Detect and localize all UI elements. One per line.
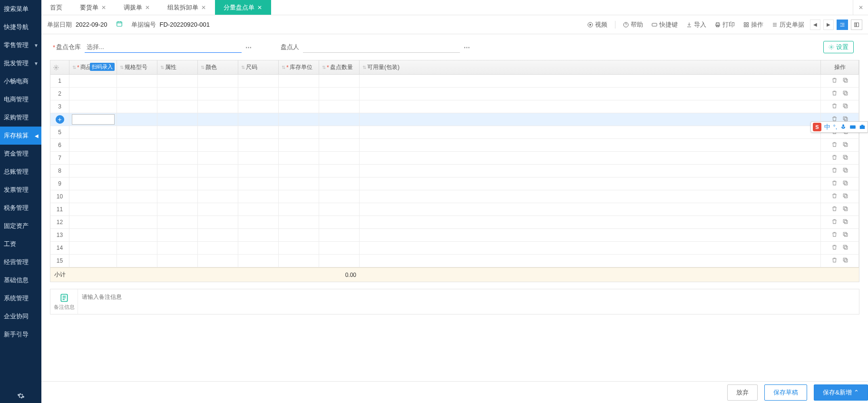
person-more[interactable]: ⋯ bbox=[464, 44, 470, 51]
row-delete-icon[interactable] bbox=[831, 77, 838, 85]
warehouse-input[interactable] bbox=[85, 41, 242, 53]
table-row[interactable]: + bbox=[50, 113, 859, 126]
sidebar-item-0[interactable]: 搜索菜单 bbox=[0, 0, 41, 18]
settings-button[interactable]: 设置 bbox=[823, 41, 854, 53]
row-delete-icon[interactable] bbox=[831, 180, 838, 187]
doc-date-value[interactable]: 2022-09-20 bbox=[76, 21, 107, 28]
sidebar-item-14[interactable]: 经营管理 bbox=[0, 253, 41, 271]
prev-doc[interactable]: ◀ bbox=[810, 20, 820, 30]
sidebar-item-15[interactable]: 基础信息 bbox=[0, 271, 41, 289]
sidebar-item-18[interactable]: 新手引导 bbox=[0, 325, 41, 344]
sidebar-item-8[interactable]: 资金管理 bbox=[0, 145, 41, 163]
col-attr[interactable]: ⇅属性 bbox=[157, 60, 198, 74]
tab-2[interactable]: 调拨单✕ bbox=[115, 0, 159, 15]
tab-3[interactable]: 组装拆卸单✕ bbox=[159, 0, 215, 15]
sidebar-item-5[interactable]: 电商管理 bbox=[0, 90, 41, 108]
table-row[interactable]: 13 bbox=[50, 229, 859, 242]
row-delete-icon[interactable] bbox=[831, 141, 838, 149]
row-copy-icon[interactable] bbox=[842, 206, 848, 213]
calendar-icon[interactable] bbox=[116, 20, 123, 29]
col-qty[interactable]: ⇅*盘点数量 bbox=[319, 60, 360, 74]
table-row[interactable]: 9 bbox=[50, 177, 859, 190]
row-delete-icon[interactable] bbox=[831, 103, 838, 110]
import-button[interactable]: 导入 bbox=[683, 20, 709, 29]
product-cell-input[interactable] bbox=[72, 114, 115, 125]
view-list[interactable] bbox=[837, 20, 848, 30]
col-spec[interactable]: ⇅规格型号 bbox=[117, 60, 157, 74]
row-delete-icon[interactable] bbox=[831, 231, 838, 239]
row-copy-icon[interactable] bbox=[842, 180, 848, 187]
help-button[interactable]: 帮助 bbox=[620, 20, 646, 29]
col-product[interactable]: ⇅*商品扫码录入 bbox=[69, 60, 117, 74]
tab-close-icon[interactable]: ✕ bbox=[257, 4, 262, 11]
print-button[interactable]: 打印 bbox=[712, 20, 738, 29]
view-detail[interactable] bbox=[851, 20, 862, 30]
save-new-button[interactable]: 保存&新增⌃ bbox=[814, 384, 868, 401]
row-copy-icon[interactable] bbox=[842, 244, 848, 252]
sidebar-item-4[interactable]: 小畅电商 bbox=[0, 72, 41, 90]
row-copy-icon[interactable] bbox=[842, 167, 848, 175]
table-row[interactable]: 8 bbox=[50, 165, 859, 177]
history-button[interactable]: 历史单据 bbox=[769, 20, 807, 29]
ime-toolbar[interactable]: S 中 °, bbox=[810, 121, 868, 133]
sidebar-item-12[interactable]: 固定资产 bbox=[0, 217, 41, 235]
person-input[interactable] bbox=[303, 41, 460, 53]
table-row[interactable]: 12 bbox=[50, 216, 859, 229]
tab-4[interactable]: 分量盘点单✕ bbox=[215, 0, 271, 15]
row-copy-icon[interactable] bbox=[842, 141, 848, 149]
table-row[interactable]: 2 bbox=[50, 88, 859, 100]
row-delete-icon[interactable] bbox=[831, 206, 838, 213]
table-row[interactable]: 10 bbox=[50, 190, 859, 203]
tabs-close-all[interactable]: ✕ bbox=[853, 0, 868, 15]
sidebar-item-17[interactable]: 企业协同 bbox=[0, 307, 41, 325]
sidebar-item-7[interactable]: 库存核算◀ bbox=[0, 127, 41, 145]
save-draft-button[interactable]: 保存草稿 bbox=[764, 384, 807, 401]
table-row[interactable]: 3 bbox=[50, 100, 859, 113]
toolbox-icon[interactable] bbox=[859, 124, 866, 130]
sidebar-item-1[interactable]: 快捷导航 bbox=[0, 18, 41, 36]
mic-icon[interactable] bbox=[840, 124, 847, 130]
scan-badge[interactable]: 扫码录入 bbox=[90, 63, 115, 71]
shortcut-button[interactable]: 快捷键 bbox=[649, 20, 681, 29]
col-available[interactable]: ⇅可用量(包装) bbox=[360, 60, 821, 74]
add-row-button[interactable]: + bbox=[56, 115, 64, 124]
sidebar-item-3[interactable]: 批发管理▼ bbox=[0, 54, 41, 72]
sidebar-item-2[interactable]: 零售管理▼ bbox=[0, 36, 41, 54]
ime-lang[interactable]: 中 bbox=[824, 123, 830, 131]
row-copy-icon[interactable] bbox=[842, 103, 848, 110]
table-row[interactable]: 11 bbox=[50, 203, 859, 216]
row-copy-icon[interactable] bbox=[842, 257, 848, 265]
row-delete-icon[interactable] bbox=[831, 167, 838, 175]
row-copy-icon[interactable] bbox=[842, 154, 848, 162]
col-config[interactable] bbox=[50, 60, 69, 74]
discard-button[interactable]: 放弃 bbox=[727, 384, 758, 401]
tab-close-icon[interactable]: ✕ bbox=[145, 4, 150, 11]
table-row[interactable]: 5 bbox=[50, 126, 859, 139]
table-row[interactable]: 1 bbox=[50, 75, 859, 88]
row-copy-icon[interactable] bbox=[842, 218, 848, 226]
row-copy-icon[interactable] bbox=[842, 231, 848, 239]
sidebar-item-6[interactable]: 采购管理 bbox=[0, 108, 41, 127]
row-delete-icon[interactable] bbox=[831, 154, 838, 162]
row-copy-icon[interactable] bbox=[842, 77, 848, 85]
col-color[interactable]: ⇅颜色 bbox=[198, 60, 238, 74]
row-delete-icon[interactable] bbox=[831, 193, 838, 200]
table-row[interactable]: 6 bbox=[50, 139, 859, 152]
table-row[interactable]: 7 bbox=[50, 152, 859, 165]
table-row[interactable]: 14 bbox=[50, 242, 859, 255]
row-delete-icon[interactable] bbox=[831, 218, 838, 226]
sidebar-item-16[interactable]: 系统管理 bbox=[0, 289, 41, 307]
col-size[interactable]: ⇅尺码 bbox=[238, 60, 279, 74]
warehouse-more[interactable]: ⋯ bbox=[245, 44, 252, 51]
row-delete-icon[interactable] bbox=[831, 90, 838, 98]
row-copy-icon[interactable] bbox=[842, 193, 848, 200]
table-row[interactable]: 15 bbox=[50, 255, 859, 267]
sidebar-item-13[interactable]: 工资 bbox=[0, 235, 41, 253]
tab-close-icon[interactable]: ✕ bbox=[101, 4, 106, 11]
sidebar-item-11[interactable]: 税务管理 bbox=[0, 199, 41, 217]
keyboard-alt-icon[interactable] bbox=[849, 124, 856, 130]
remark-input[interactable] bbox=[78, 289, 859, 314]
tab-1[interactable]: 要货单✕ bbox=[71, 0, 115, 15]
row-delete-icon[interactable] bbox=[831, 257, 838, 265]
next-doc[interactable]: ▶ bbox=[823, 20, 834, 30]
